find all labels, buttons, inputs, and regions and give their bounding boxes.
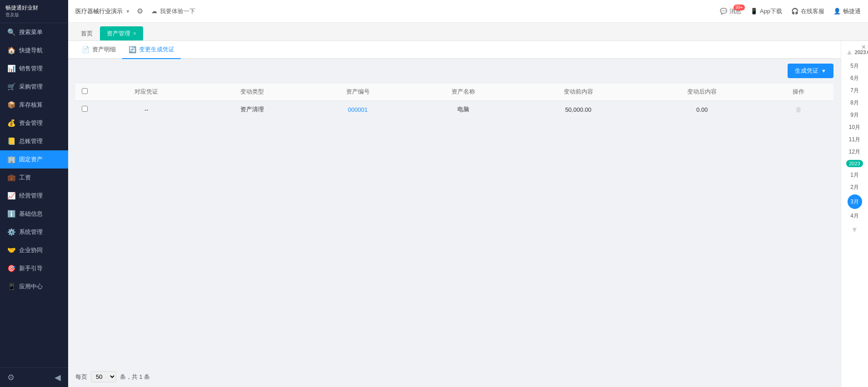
inventory-icon: 📦: [7, 101, 15, 109]
asset-management-tab[interactable]: 资产管理 ×: [100, 26, 143, 40]
sidebar-item-label: 应用中心: [19, 283, 43, 291]
month-item[interactable]: 6月: [841, 72, 868, 84]
row-asset-name-0: 电脑: [411, 101, 516, 119]
panel-up-icon[interactable]: ▲: [844, 46, 855, 58]
messages-button[interactable]: 💬 消息 99+: [720, 7, 741, 15]
guide-icon: 🎯: [7, 264, 15, 273]
sidebar-item-label: 采购管理: [19, 83, 43, 91]
company-selector[interactable]: 医疗器械行业演示 ▼: [75, 7, 130, 15]
main-content: 📄 资产明细 🔄 变更生成凭证 生成凭证 ▼: [68, 41, 841, 387]
active-month-item[interactable]: 3月: [841, 194, 868, 210]
generate-voucher-label: 生成凭证: [795, 67, 818, 75]
sidebar-item-enterprise[interactable]: 🤝企业协同: [0, 241, 68, 259]
col-asset-number: 资产编号: [305, 83, 411, 101]
sub-tab-asset-detail[interactable]: 📄 资产明细: [75, 41, 122, 59]
generate-voucher-dropdown-icon: ▼: [821, 68, 826, 74]
sidebar-item-label: 系统管理: [19, 228, 43, 236]
home-tab[interactable]: 首页: [75, 27, 98, 40]
user-button[interactable]: 👤 畅捷通: [833, 7, 861, 15]
month-item[interactable]: 11月: [841, 134, 868, 146]
col-before: 变动前内容: [516, 83, 640, 101]
app-download-button[interactable]: 📱 App下载: [750, 7, 782, 15]
month-item[interactable]: 12月: [841, 146, 868, 158]
month-item[interactable]: 7月: [841, 84, 868, 97]
topbar: 医疗器械行业演示 ▼ ⚙ ☁ 我要体验一下 💬 消息 99+ 📱 App下载 🎧…: [68, 0, 868, 23]
try-button[interactable]: ☁ 我要体验一下: [151, 7, 195, 15]
row-before-0: 50,000.00: [516, 101, 640, 119]
table-wrap: 对应凭证 变动类型 资产编号 资产名称 变动前内容 变动后内容 操作 --: [68, 83, 841, 366]
col-after: 变动后内容: [640, 83, 764, 101]
year-marker: 2023: [846, 160, 863, 167]
sidebar-logo: 畅捷通好业财 普及版: [0, 0, 68, 23]
tab-label: 资产管理: [107, 30, 130, 38]
sidebar-item-label: 基础信息: [19, 210, 43, 218]
generate-voucher-button[interactable]: 生成凭证 ▼: [788, 64, 833, 78]
sidebar-item-app-center[interactable]: 📱应用中心: [0, 278, 68, 296]
sidebar-item-label: 固定资产: [19, 155, 43, 164]
months-list: 5月6月7月8月9月10月11月12月20231月2月3月4月: [841, 60, 868, 222]
service-icon: 🎧: [791, 8, 799, 15]
month-item[interactable]: 5月: [841, 60, 868, 72]
pagination: 每页 102050100 条，共 1 条: [68, 366, 841, 387]
sidebar-item-search[interactable]: 🔍搜索菜单: [0, 23, 68, 41]
delete-row-button-0[interactable]: 🗑: [795, 106, 802, 113]
sidebar: 畅捷通好业财 普及版 🔍搜索菜单🏠快捷导航📊销售管理🛒采购管理📦库存核算💰资金管…: [0, 0, 68, 387]
select-all-checkbox[interactable]: [82, 88, 88, 94]
sidebar-bottom: ⚙ ◀: [0, 367, 68, 387]
ledger-icon: 📒: [7, 137, 15, 145]
table-body: -- 资产清理 000001 电脑 50,000.00 0.00 🗑: [75, 101, 833, 119]
sidebar-item-sales[interactable]: 📊销售管理: [0, 60, 68, 78]
settings-icon[interactable]: ⚙: [7, 372, 15, 382]
change-voucher-icon: 🔄: [129, 46, 136, 53]
company-name: 医疗器械行业演示: [75, 7, 123, 15]
row-checkbox-0[interactable]: [82, 106, 88, 112]
month-item[interactable]: 4月: [841, 210, 868, 222]
sidebar-item-basic-info[interactable]: ℹ️基础信息: [0, 205, 68, 223]
try-label: 我要体验一下: [160, 7, 195, 15]
operations-icon: 📈: [7, 192, 15, 200]
sidebar-item-funds[interactable]: 💰资金管理: [0, 114, 68, 132]
month-item[interactable]: 9月: [841, 109, 868, 121]
month-item[interactable]: 10月: [841, 121, 868, 134]
fixed-assets-icon: 🏢: [7, 155, 15, 164]
per-page-select[interactable]: 102050100: [91, 371, 116, 382]
sidebar-item-purchase[interactable]: 🛒采购管理: [0, 78, 68, 96]
panel-close-button[interactable]: ✕: [861, 44, 866, 50]
sidebar-item-operations[interactable]: 📈经营管理: [0, 187, 68, 205]
asset-table: 对应凭证 变动类型 资产编号 资产名称 变动前内容 变动后内容 操作 --: [75, 83, 833, 119]
sub-tab-change-voucher[interactable]: 🔄 变更生成凭证: [122, 41, 181, 59]
sidebar-item-guide[interactable]: 🎯新手引导: [0, 259, 68, 278]
cloud-icon: ☁: [151, 8, 157, 15]
tab-close-button[interactable]: ×: [133, 30, 136, 37]
asset-detail-icon: 📄: [82, 46, 89, 53]
sidebar-item-inventory[interactable]: 📦库存核算: [0, 96, 68, 114]
row-asset-number-0: 000001: [305, 101, 411, 119]
month-item[interactable]: 2月: [841, 181, 868, 194]
basic-info-icon: ℹ️: [7, 210, 15, 218]
sidebar-item-fixed-assets[interactable]: 🏢固定资产: [0, 150, 68, 169]
sidebar-item-label: 工资: [19, 174, 31, 182]
sidebar-item-system[interactable]: ⚙️系统管理: [0, 223, 68, 241]
active-month-3[interactable]: 3月: [848, 194, 862, 209]
online-service-label: 在线客服: [801, 7, 824, 15]
row-change-type-0: 资产清理: [199, 101, 305, 119]
notification-badge: 99+: [734, 5, 745, 10]
sidebar-item-ledger[interactable]: 📒总账管理: [0, 132, 68, 150]
collapse-icon[interactable]: ◀: [55, 372, 61, 382]
sidebar-item-label: 快捷导航: [19, 46, 43, 55]
sidebar-item-wages[interactable]: 💼工资: [0, 169, 68, 187]
sidebar-nav: 🔍搜索菜单🏠快捷导航📊销售管理🛒采购管理📦库存核算💰资金管理📒总账管理🏢固定资产…: [0, 23, 68, 367]
topbar-right: 💬 消息 99+ 📱 App下载 🎧 在线客服 👤 畅捷通: [720, 7, 861, 15]
sub-tabs: 📄 资产明细 🔄 变更生成凭证: [68, 41, 841, 59]
table-row: -- 资产清理 000001 电脑 50,000.00 0.00 🗑: [75, 101, 833, 119]
month-item[interactable]: 1月: [841, 169, 868, 181]
online-service-button[interactable]: 🎧 在线客服: [791, 7, 824, 15]
sub-tab-change-voucher-label: 变更生成凭证: [139, 45, 174, 54]
month-item[interactable]: 8月: [841, 97, 868, 109]
sidebar-item-quick-nav[interactable]: 🏠快捷导航: [0, 41, 68, 60]
download-icon: 📱: [750, 8, 758, 15]
sidebar-item-label: 企业协同: [19, 246, 43, 254]
panel-down-icon[interactable]: ▼: [849, 224, 860, 236]
topbar-settings-icon[interactable]: ⚙: [137, 7, 143, 15]
sidebar-item-label: 搜索菜单: [19, 28, 43, 36]
